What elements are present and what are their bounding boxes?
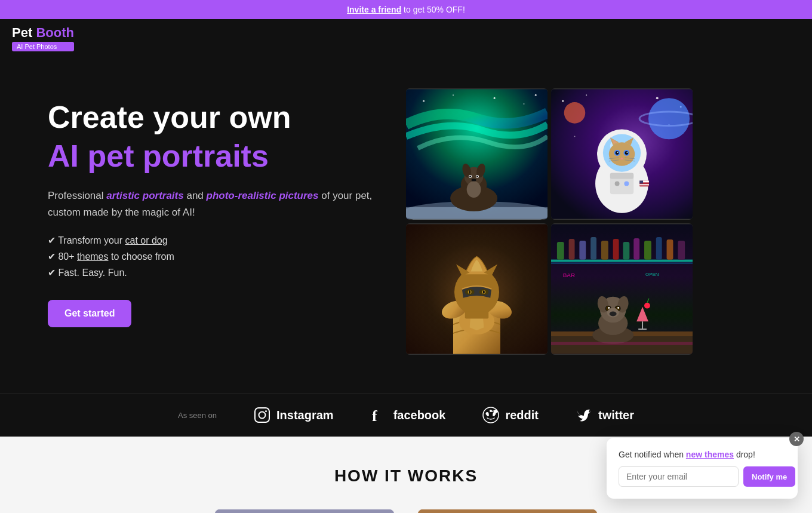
svg-point-120	[486, 412, 489, 415]
feature-1-link[interactable]: cat or dog	[125, 235, 167, 245]
notify-title: Get notified when new themes drop!	[619, 450, 786, 459]
feature-2-link[interactable]: themes	[77, 251, 108, 262]
svg-point-39	[616, 151, 619, 155]
svg-text:f: f	[372, 407, 377, 425]
svg-point-53	[615, 181, 620, 186]
svg-rect-72	[551, 260, 693, 262]
svg-rect-79	[613, 239, 619, 260]
svg-point-1	[423, 100, 425, 102]
svg-point-105	[617, 307, 619, 309]
twitter-link[interactable]: twitter	[574, 406, 634, 425]
instagram-link[interactable]: Instagram	[253, 406, 334, 425]
desc-italic1: artistic portraits	[106, 190, 183, 201]
svg-point-121	[493, 412, 496, 415]
hero-image-astronaut	[551, 88, 693, 220]
facebook-icon: f	[370, 406, 389, 425]
svg-point-20	[562, 100, 564, 102]
svg-rect-78	[601, 241, 608, 260]
svg-point-42	[626, 152, 628, 153]
how-image-left: Pet Photos	[215, 509, 394, 513]
notify-form: Notify me	[619, 466, 786, 487]
twitter-icon	[574, 406, 593, 425]
facebook-link[interactable]: f facebook	[370, 406, 446, 425]
svg-rect-82	[644, 241, 651, 260]
svg-rect-122	[215, 509, 394, 513]
hero-title-line2: AI pet portraits	[48, 139, 382, 173]
svg-point-22	[656, 97, 659, 99]
logo-booth: Booth	[36, 25, 74, 40]
svg-point-21	[586, 94, 587, 96]
svg-rect-76	[579, 241, 586, 260]
notify-email-input[interactable]	[619, 466, 739, 487]
svg-point-3	[494, 97, 496, 99]
hero-features: ✔ Transform your cat or dog ✔ 80+ themes…	[48, 235, 382, 278]
svg-rect-80	[623, 242, 629, 260]
hero-image-grid: BAR OPEN	[406, 88, 693, 355]
svg-point-104	[608, 307, 610, 309]
svg-point-25	[574, 136, 576, 137]
invite-link[interactable]: Invite a friend	[347, 5, 401, 14]
svg-point-16	[476, 176, 478, 177]
feature-2: ✔ 80+ themes to choose from	[48, 251, 382, 262]
reddit-link[interactable]: reddit	[481, 406, 539, 425]
svg-point-114	[483, 407, 499, 423]
svg-rect-75	[569, 239, 575, 260]
desc-link2[interactable]: photo-realistic pictures	[207, 190, 319, 201]
twitter-label: twitter	[598, 408, 634, 422]
desc-and: and	[184, 190, 207, 201]
svg-rect-110	[255, 408, 269, 422]
svg-point-18	[467, 181, 481, 198]
svg-text:OPEN: OPEN	[645, 272, 659, 277]
svg-point-66	[469, 290, 470, 294]
svg-rect-84	[667, 239, 673, 260]
hero-image-aurora	[406, 88, 548, 220]
notify-title-prefix: Get notified when	[619, 450, 686, 459]
banner-text: to get 50% OFF!	[401, 5, 465, 14]
notify-close-button[interactable]: ✕	[789, 432, 804, 446]
social-bar: As seen on Instagram f facebook re	[0, 393, 812, 437]
svg-rect-52	[610, 177, 634, 195]
svg-text:BAR: BAR	[563, 272, 575, 278]
svg-point-26	[648, 98, 690, 139]
feature-1: ✔ Transform your cat or dog	[48, 235, 382, 246]
svg-rect-55	[610, 173, 634, 179]
svg-point-2	[453, 94, 454, 96]
svg-rect-74	[557, 242, 564, 260]
hero-title-line1: Create your own	[48, 100, 382, 134]
svg-point-5	[535, 94, 537, 96]
reddit-label: reddit	[505, 408, 539, 422]
how-image-right: 🐾	[418, 509, 597, 513]
svg-rect-85	[678, 241, 685, 260]
notify-themes-link[interactable]: new themes	[686, 450, 734, 459]
svg-rect-73	[551, 263, 693, 264]
svg-point-28	[564, 102, 586, 124]
svg-point-15	[469, 176, 471, 177]
hero-description: Professional artistic portraits and phot…	[48, 188, 382, 220]
svg-point-67	[483, 290, 485, 294]
hero-image-bar: BAR OPEN	[551, 223, 693, 355]
svg-rect-70	[465, 312, 489, 319]
svg-point-41	[617, 152, 619, 153]
notify-title-suffix: drop!	[734, 450, 755, 459]
as-seen-on-label: As seen on	[178, 411, 217, 420]
desc-prefix: Professional	[48, 190, 106, 201]
notify-submit-button[interactable]: Notify me	[743, 466, 795, 487]
feature-3: ✔ Fast. Easy. Fun.	[48, 267, 382, 278]
reddit-icon	[481, 406, 500, 425]
svg-point-40	[625, 151, 628, 155]
instagram-label: Instagram	[276, 408, 334, 422]
svg-point-4	[524, 103, 525, 105]
header: Pet Booth AI Pet Photos	[0, 19, 812, 59]
svg-rect-50	[639, 184, 649, 185]
notify-popup: ✕ Get notified when new themes drop! Not…	[607, 438, 798, 499]
get-started-button[interactable]: Get started	[48, 300, 131, 327]
svg-rect-83	[656, 237, 662, 260]
logo-text: Pet Booth	[12, 26, 74, 39]
svg-rect-81	[633, 238, 639, 260]
svg-rect-51	[639, 180, 643, 183]
hero-content: Create your own AI pet portraits Profess…	[48, 88, 382, 327]
svg-rect-109	[551, 342, 693, 345]
svg-point-33	[609, 142, 635, 166]
svg-point-93	[644, 303, 650, 309]
hero-section: Create your own AI pet portraits Profess…	[0, 59, 812, 393]
